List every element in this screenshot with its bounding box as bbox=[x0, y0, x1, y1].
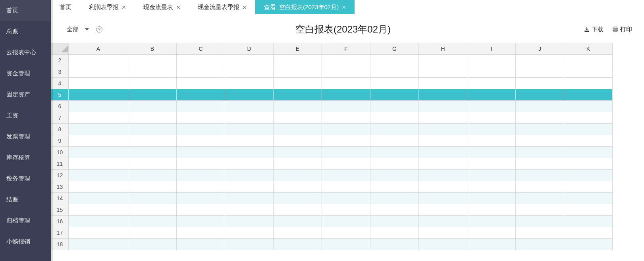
cell-F6[interactable] bbox=[322, 101, 370, 112]
cell-K15[interactable] bbox=[564, 204, 613, 216]
cell-I4[interactable] bbox=[467, 78, 516, 89]
cell-I17[interactable] bbox=[467, 227, 516, 239]
cell-E8[interactable] bbox=[274, 124, 322, 135]
cell-K16[interactable] bbox=[564, 216, 613, 227]
cell-D13[interactable] bbox=[225, 181, 274, 193]
cell-A18[interactable] bbox=[69, 239, 128, 250]
cell-E5[interactable] bbox=[274, 89, 322, 101]
cell-G8[interactable] bbox=[370, 124, 419, 135]
cell-I13[interactable] bbox=[467, 181, 516, 193]
cell-C12[interactable] bbox=[177, 170, 225, 181]
column-header-F[interactable]: F bbox=[322, 43, 370, 55]
cell-J12[interactable] bbox=[516, 170, 564, 181]
close-icon[interactable]: × bbox=[122, 4, 126, 11]
row-header-9[interactable]: 9 bbox=[51, 135, 69, 147]
row-header-12[interactable]: 12 bbox=[51, 170, 69, 181]
cell-E6[interactable] bbox=[274, 101, 322, 112]
cell-B7[interactable] bbox=[128, 112, 177, 124]
cell-F17[interactable] bbox=[322, 227, 370, 239]
cell-F13[interactable] bbox=[322, 181, 370, 193]
row-header-18[interactable]: 18 bbox=[51, 239, 69, 250]
cell-K18[interactable] bbox=[564, 239, 613, 250]
cell-E16[interactable] bbox=[274, 216, 322, 227]
row-header-4[interactable]: 4 bbox=[51, 78, 69, 89]
cell-B12[interactable] bbox=[128, 170, 177, 181]
cell-A13[interactable] bbox=[69, 181, 128, 193]
cell-K6[interactable] bbox=[564, 101, 613, 112]
cell-B10[interactable] bbox=[128, 147, 177, 158]
row-header-2[interactable]: 2 bbox=[51, 55, 69, 66]
cell-I5[interactable] bbox=[467, 89, 516, 101]
cell-C4[interactable] bbox=[177, 78, 225, 89]
cell-F2[interactable] bbox=[322, 55, 370, 66]
cell-I16[interactable] bbox=[467, 216, 516, 227]
cell-D14[interactable] bbox=[225, 193, 274, 204]
cell-B15[interactable] bbox=[128, 204, 177, 216]
help-icon[interactable]: ? bbox=[96, 26, 102, 33]
cell-E3[interactable] bbox=[274, 66, 322, 78]
cell-A17[interactable] bbox=[69, 227, 128, 239]
cell-C6[interactable] bbox=[177, 101, 225, 112]
cell-A3[interactable] bbox=[69, 66, 128, 78]
cell-A15[interactable] bbox=[69, 204, 128, 216]
cell-A14[interactable] bbox=[69, 193, 128, 204]
cell-I3[interactable] bbox=[467, 66, 516, 78]
tab-0[interactable]: 首页 bbox=[51, 0, 80, 14]
cell-J5[interactable] bbox=[516, 89, 564, 101]
cell-G12[interactable] bbox=[370, 170, 419, 181]
sidebar-item-3[interactable]: 资金管理 bbox=[0, 63, 50, 84]
cell-F10[interactable] bbox=[322, 147, 370, 158]
cell-A6[interactable] bbox=[69, 101, 128, 112]
cell-H3[interactable] bbox=[419, 66, 467, 78]
sidebar-item-10[interactable]: 归档管理 bbox=[0, 210, 50, 231]
cell-A11[interactable] bbox=[69, 158, 128, 170]
cell-B9[interactable] bbox=[128, 135, 177, 147]
sidebar-item-11[interactable]: 小畅报销 bbox=[0, 231, 50, 252]
cell-A16[interactable] bbox=[69, 216, 128, 227]
cell-A10[interactable] bbox=[69, 147, 128, 158]
cell-G15[interactable] bbox=[370, 204, 419, 216]
close-icon[interactable]: × bbox=[342, 4, 346, 11]
cell-B17[interactable] bbox=[128, 227, 177, 239]
row-header-7[interactable]: 7 bbox=[51, 112, 69, 124]
cell-C9[interactable] bbox=[177, 135, 225, 147]
cell-C3[interactable] bbox=[177, 66, 225, 78]
cell-B2[interactable] bbox=[128, 55, 177, 66]
cell-F4[interactable] bbox=[322, 78, 370, 89]
cell-C11[interactable] bbox=[177, 158, 225, 170]
cell-G4[interactable] bbox=[370, 78, 419, 89]
cell-D4[interactable] bbox=[225, 78, 274, 89]
cell-K11[interactable] bbox=[564, 158, 613, 170]
cell-B14[interactable] bbox=[128, 193, 177, 204]
cell-E15[interactable] bbox=[274, 204, 322, 216]
row-header-8[interactable]: 8 bbox=[51, 124, 69, 135]
cell-J2[interactable] bbox=[516, 55, 564, 66]
cell-G18[interactable] bbox=[370, 239, 419, 250]
cell-A12[interactable] bbox=[69, 170, 128, 181]
cell-F16[interactable] bbox=[322, 216, 370, 227]
cell-I9[interactable] bbox=[467, 135, 516, 147]
cell-G13[interactable] bbox=[370, 181, 419, 193]
cell-B11[interactable] bbox=[128, 158, 177, 170]
cell-K14[interactable] bbox=[564, 193, 613, 204]
cell-C2[interactable] bbox=[177, 55, 225, 66]
cell-D8[interactable] bbox=[225, 124, 274, 135]
cell-F5[interactable] bbox=[322, 89, 370, 101]
cell-F7[interactable] bbox=[322, 112, 370, 124]
column-header-A[interactable]: A bbox=[69, 43, 128, 55]
tab-4[interactable]: 查看_空白报表(2023年02月)× bbox=[255, 0, 355, 14]
cell-J6[interactable] bbox=[516, 101, 564, 112]
row-header-11[interactable]: 11 bbox=[51, 158, 69, 170]
cell-J17[interactable] bbox=[516, 227, 564, 239]
column-header-K[interactable]: K bbox=[564, 43, 613, 55]
cell-E12[interactable] bbox=[274, 170, 322, 181]
cell-H6[interactable] bbox=[419, 101, 467, 112]
cell-J15[interactable] bbox=[516, 204, 564, 216]
cell-H14[interactable] bbox=[419, 193, 467, 204]
cell-B4[interactable] bbox=[128, 78, 177, 89]
cell-I6[interactable] bbox=[467, 101, 516, 112]
cell-F15[interactable] bbox=[322, 204, 370, 216]
cell-F14[interactable] bbox=[322, 193, 370, 204]
cell-K2[interactable] bbox=[564, 55, 613, 66]
row-header-14[interactable]: 14 bbox=[51, 193, 69, 204]
